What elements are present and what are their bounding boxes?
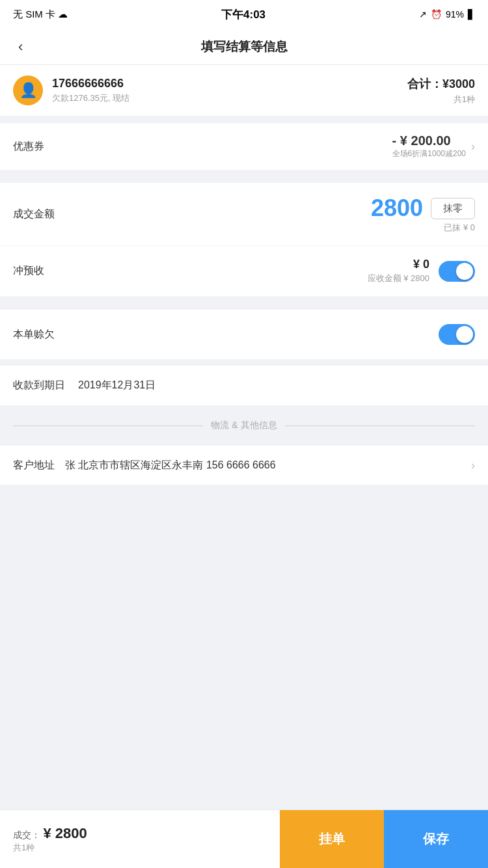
bottom-bar: 成交： ¥ 2800 共1种 挂单 保存 — [0, 809, 488, 868]
battery-label: 91% — [446, 9, 464, 20]
deal-amount-row: 成交金额 2800 抹零 已抹 ¥ 0 — [0, 183, 488, 246]
total-label: 合计： — [407, 77, 442, 90]
content-area: 👤 17666666666 欠款1276.35元, 现结 合计：¥3000 共1… — [0, 65, 488, 673]
bottom-deal-label: 成交： — [13, 830, 40, 840]
page-title: 填写结算等信息 — [201, 38, 288, 55]
deal-amount-sub: 已抹 ¥ 0 — [371, 222, 475, 234]
empty-area — [0, 491, 488, 608]
sim-label: 无 SIM 卡 ☁ — [13, 8, 68, 21]
debt-row: 本单赊欠 — [0, 310, 488, 359]
alarm-icon: ⏰ — [431, 9, 442, 20]
deal-amount-value-area: 2800 抹零 — [371, 195, 475, 222]
pre-value-wrap: ¥ 0 应收金额 ¥ 2800 — [368, 258, 429, 284]
chevron-right-icon: › — [471, 140, 475, 154]
status-time: 下午4:03 — [221, 7, 265, 22]
address-chevron-icon: › — [471, 459, 475, 472]
coupon-row[interactable]: 优惠券 - ¥ 200.00 全场6折满1000减200 › — [0, 122, 488, 170]
status-right: ↗ ⏰ 91% ▋ — [419, 9, 475, 20]
bottom-amount: ¥ 2800 — [43, 825, 87, 841]
pre-sub: 应收金额 ¥ 2800 — [368, 273, 429, 284]
battery-icon: ▋ — [468, 9, 475, 20]
divider-line-left — [13, 426, 203, 426]
total-value: ¥3000 — [442, 77, 475, 90]
coupon-value-wrap: - ¥ 200.00 全场6折满1000减200 — [392, 133, 466, 159]
customer-sub: 欠款1276.35元, 现结 — [52, 92, 129, 104]
debt-toggle[interactable] — [439, 324, 475, 345]
debt-section: 本单赊欠 — [0, 310, 488, 359]
deal-amount-value: 2800 — [371, 195, 423, 222]
coupon-value: - ¥ 200.00 — [392, 133, 466, 148]
due-date-section: 收款到期日 2019年12月31日 — [0, 366, 488, 405]
coupon-section: 优惠券 - ¥ 200.00 全场6折满1000减200 › — [0, 122, 488, 170]
customer-section: 👤 17666666666 欠款1276.35元, 现结 合计：¥3000 共1… — [0, 65, 488, 116]
logistics-divider-text: 物流 & 其他信息 — [211, 420, 277, 431]
customer-phone: 17666666666 — [52, 77, 129, 90]
save-button[interactable]: 保存 — [384, 810, 488, 869]
due-date-value: 2019年12月31日 — [78, 379, 156, 392]
pre-receive-toggle[interactable] — [439, 261, 475, 282]
logistics-divider: 物流 & 其他信息 — [0, 412, 488, 439]
pending-button[interactable]: 挂单 — [280, 810, 384, 869]
bottom-deal-line: 成交： ¥ 2800 — [13, 825, 267, 842]
section-divider-2 — [0, 303, 488, 310]
status-left: 无 SIM 卡 ☁ — [13, 8, 68, 21]
status-bar: 无 SIM 卡 ☁ 下午4:03 ↗ ⏰ 91% ▋ — [0, 0, 488, 29]
pre-receive-right: ¥ 0 应收金额 ¥ 2800 — [368, 258, 475, 284]
due-date-label: 收款到期日 — [13, 379, 65, 392]
customer-info: 17666666666 欠款1276.35元, 现结 — [52, 77, 129, 104]
pre-amount: ¥ 0 — [368, 258, 429, 271]
deal-amount-right: 2800 抹零 已抹 ¥ 0 — [371, 195, 475, 234]
address-value: 张 北京市市辖区海淀区永丰南 156 6666 6666 — [65, 457, 465, 473]
debt-label: 本单赊欠 — [13, 328, 55, 342]
customer-left: 👤 17666666666 欠款1276.35元, 现结 — [13, 75, 129, 105]
deal-section: 成交金额 2800 抹零 已抹 ¥ 0 冲预收 ¥ 0 应收金额 ¥ 2800 — [0, 183, 488, 297]
coupon-right: - ¥ 200.00 全场6折满1000减200 › — [392, 133, 475, 159]
round-zero-button[interactable]: 抹零 — [431, 198, 475, 219]
pre-receive-label: 冲预收 — [13, 264, 44, 278]
coupon-label: 优惠券 — [13, 140, 44, 154]
coupon-desc: 全场6折满1000减200 — [392, 148, 466, 159]
pre-receive-row: 冲预收 ¥ 0 应收金额 ¥ 2800 — [0, 246, 488, 297]
toggle-knob — [456, 263, 473, 280]
location-icon: ↗ — [419, 9, 427, 20]
address-section[interactable]: 客户地址 张 北京市市辖区海淀区永丰南 156 6666 6666 › — [0, 446, 488, 485]
debt-toggle-knob — [456, 326, 473, 343]
total-sub: 共1种 — [407, 94, 475, 105]
nav-bar: ‹ 填写结算等信息 — [0, 29, 488, 65]
avatar: 👤 — [13, 75, 43, 105]
back-button[interactable]: ‹ — [13, 33, 28, 61]
bottom-count: 共1种 — [13, 842, 267, 854]
customer-right: 合计：¥3000 共1种 — [407, 76, 475, 105]
divider-line-right — [285, 426, 475, 426]
deal-amount-label: 成交金额 — [13, 208, 55, 221]
section-divider-1 — [0, 176, 488, 183]
bottom-summary: 成交： ¥ 2800 共1种 — [0, 825, 280, 854]
total-amount: 合计：¥3000 — [407, 76, 475, 92]
address-label: 客户地址 — [13, 459, 55, 472]
